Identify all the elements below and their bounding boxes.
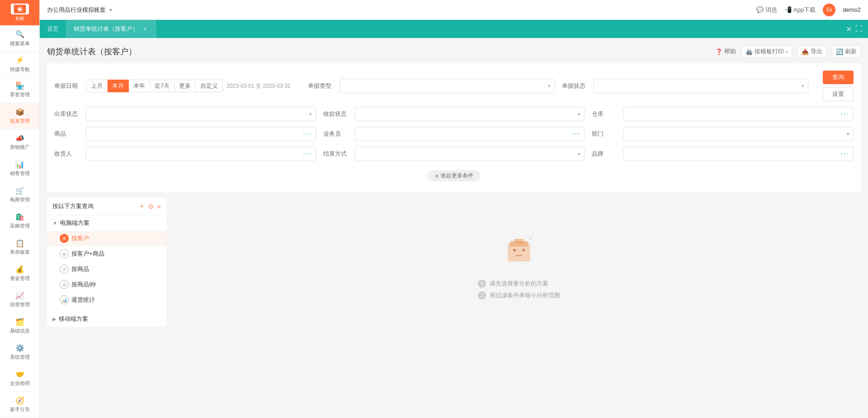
out-status-dropdown-icon: ▾: [309, 111, 312, 117]
sidebar-logo: 畅 标账: [0, 0, 39, 25]
out-status-field: 出库状态 ▾: [54, 107, 316, 121]
warehouse-input[interactable]: ···: [623, 107, 854, 121]
collapse-button[interactable]: ∧ 收起更多条件: [428, 170, 481, 181]
template-print-button[interactable]: 🖨️ 按模板打印 ▾: [741, 45, 792, 58]
header-left: 办公用品行业模拟账套 ▾: [47, 6, 112, 14]
sidebar-item-corp[interactable]: 🤝 企业协同: [0, 366, 39, 392]
sidebar-item-wholesale[interactable]: 📦 批发管理: [0, 103, 39, 129]
app-download-icon: 📲: [784, 6, 792, 13]
date-tab-this-year[interactable]: 本年: [129, 80, 150, 92]
empty-hint-1: 1 请先选择要分析的方案: [478, 280, 560, 288]
header-dropdown-icon[interactable]: ▾: [109, 7, 112, 13]
date-tab-this-month[interactable]: 本月: [108, 80, 129, 92]
scheme-tree: ▼ 电脑端方案 按 按客户 ⊞ 按客户+商品 ☰: [47, 215, 166, 327]
mobile-section-toggle: ▶: [52, 316, 56, 322]
receiver-field: 收货人 ···: [54, 147, 316, 161]
username[interactable]: demo2: [843, 6, 861, 13]
brand-field: 品牌 ···: [592, 147, 854, 161]
scheme-item-by-customer[interactable]: 按 按客户: [47, 231, 166, 246]
inventory-icon: 📋: [15, 239, 24, 247]
payment-field: 结算方式 ▾: [323, 147, 585, 161]
operations-icon: 📈: [15, 291, 24, 300]
tab-sales-stat-label: 销货单统计表（按客户）: [74, 25, 138, 33]
purchase-icon: 🛍️: [15, 213, 24, 221]
sidebar-item-retail[interactable]: 🏪 零售管理: [0, 77, 39, 103]
pc-section-toggle: ▼: [52, 220, 57, 226]
sidebar-item-retail-label: 零售管理: [10, 91, 30, 98]
search-icon: 🔍: [15, 30, 24, 38]
export-label: 导出: [811, 48, 822, 56]
goods-input[interactable]: ···: [86, 127, 316, 141]
app-download-button[interactable]: 📲 App下载: [784, 6, 816, 14]
payment-input[interactable]: ▾: [355, 147, 585, 161]
order-type-field: 单据类型 ▾: [308, 79, 554, 93]
tab-maximize-icon[interactable]: ⛶: [855, 25, 863, 33]
order-status-input[interactable]: ▾: [594, 79, 808, 93]
scheme-item-by-customer-goods[interactable]: ⊞ 按客户+商品: [47, 246, 166, 261]
svg-point-9: [534, 241, 535, 242]
receipt-status-input[interactable]: ▾: [355, 107, 585, 121]
salesperson-dots: ···: [572, 130, 580, 138]
department-input[interactable]: ▾: [623, 127, 854, 141]
action-buttons: 查询 设置: [816, 71, 854, 101]
help-button[interactable]: ❓ 帮助: [715, 48, 736, 56]
return-stat-icon: 📊: [60, 295, 69, 304]
message-button[interactable]: 💬 消息: [756, 6, 777, 14]
sidebar-item-system[interactable]: ⚙️ 系统管理: [0, 339, 39, 366]
settings-button[interactable]: 设置: [823, 87, 854, 101]
sidebar-item-guide[interactable]: 🧭 新手引导: [0, 392, 39, 418]
sidebar-search[interactable]: 🔍 搜索菜单: [0, 25, 39, 52]
salesperson-input[interactable]: ···: [355, 127, 585, 141]
brand-input[interactable]: ···: [623, 147, 854, 161]
scheme-item-return-stat[interactable]: 📊 退货统计: [47, 292, 166, 308]
date-tab-more[interactable]: 更多: [175, 80, 196, 92]
scheme-add-icon[interactable]: ＋: [138, 202, 145, 210]
sidebar-item-operations[interactable]: 📈 经营管理: [0, 287, 39, 313]
scheme-mobile-section[interactable]: ▶ 移动端方案: [47, 311, 166, 327]
tab-close-icon[interactable]: ✕: [141, 25, 148, 33]
sidebar-item-basic[interactable]: 🗂️ 基础信息: [0, 313, 39, 339]
sidebar-item-finance[interactable]: 💰 资金管理: [0, 261, 39, 287]
page-actions: ❓ 帮助 🖨️ 按模板打印 ▾ 📤 导出 🔄 刷新: [715, 45, 861, 58]
receipt-status-field: 收款状态 ▾: [323, 107, 585, 121]
order-type-input[interactable]: ▾: [340, 79, 554, 93]
scheme-pc-section[interactable]: ▼ 电脑端方案: [47, 215, 166, 231]
tab-sales-stat[interactable]: 销货单统计表（按客户） ✕: [66, 20, 156, 38]
filter-row-4: 收货人 ··· 结算方式 ▾ 品牌 ···: [54, 147, 854, 161]
header-right: 💬 消息 📲 App下载 Ea demo2: [756, 4, 861, 16]
empty-illustration: [496, 225, 542, 271]
sidebar-item-ecommerce[interactable]: 🛒 电商管理: [0, 182, 39, 208]
scheme-collapse-icon[interactable]: «: [157, 203, 161, 210]
export-button[interactable]: 📤 导出: [797, 45, 826, 58]
sidebar-item-finance-label: 资金管理: [10, 275, 30, 282]
sidebar-item-marketing[interactable]: 📣 营销推广: [0, 129, 39, 156]
message-icon: 💬: [756, 6, 764, 13]
date-tab-last-month[interactable]: 上月: [86, 80, 108, 92]
scheme-edit-icon[interactable]: ⊙: [148, 203, 154, 210]
date-tab-custom[interactable]: 自定义: [196, 80, 223, 92]
sidebar-quick-nav[interactable]: ⚡ 快捷导航: [0, 52, 39, 77]
sidebar-item-purchase-label: 采购管理: [10, 223, 30, 229]
tab-home[interactable]: 首页: [40, 20, 66, 38]
query-button[interactable]: 查询: [823, 71, 854, 84]
scheme-item-by-goods-99[interactable]: ☰ 按商品99: [47, 277, 166, 292]
sidebar-item-purchase[interactable]: 🛍️ 采购管理: [0, 208, 39, 234]
goods-label: 商品: [54, 130, 86, 138]
avatar[interactable]: Ea: [823, 4, 835, 16]
tab-close-window-icon[interactable]: ✕: [846, 25, 852, 33]
sidebar-item-corp-label: 企业协同: [10, 380, 30, 387]
hint-2-text: 用过滤条件来缩小分析范围: [490, 291, 560, 299]
sidebar-item-sales[interactable]: 📊 销售管理: [0, 156, 39, 182]
sidebar-item-inventory[interactable]: 📋 库存核算: [0, 234, 39, 261]
date-tab-7days[interactable]: 近7天: [150, 80, 175, 92]
out-status-input[interactable]: ▾: [86, 107, 316, 121]
scheme-item-by-goods[interactable]: ☰ 按商品: [47, 261, 166, 277]
by-goods-label: 按商品: [71, 265, 89, 273]
receipt-status-label: 收款状态: [323, 110, 355, 118]
tab-home-label: 首页: [47, 25, 59, 33]
filter-row-3: 商品 ··· 业务员 ··· 部门 ▾: [54, 127, 854, 141]
filter-row-2: 出库状态 ▾ 收款状态 ▾ 仓库 ···: [54, 107, 854, 121]
receiver-input[interactable]: ···: [86, 147, 316, 161]
refresh-button[interactable]: 🔄 刷新: [832, 45, 861, 58]
sidebar-item-inventory-label: 库存核算: [10, 249, 30, 256]
